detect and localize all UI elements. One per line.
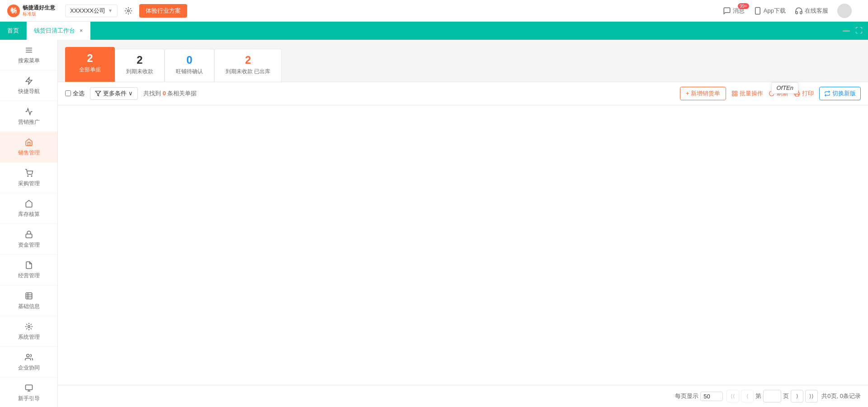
sidebar-label-sales: 销售管理 (18, 149, 40, 157)
page-navigation: ⟨⟨ ⟨ 第 1 页 ⟩ ⟩⟩ (726, 390, 818, 402)
switch-version-button[interactable]: 切换新版 (819, 87, 861, 100)
content-area: 2 全部单据 2 到期未收款 0 旺铺待确认 2 到期未收款 已出库 (58, 40, 868, 407)
sidebar-label-basic-info: 基础信息 (18, 303, 40, 310)
sidebar-item-guide[interactable]: 新手引导 (0, 378, 57, 407)
sidebar-item-system[interactable]: 系统管理 (0, 316, 57, 347)
tab-bar: 首页 钱货日清工作台 × — ⛶ (0, 22, 868, 40)
tab-close-icon[interactable]: × (80, 28, 83, 34)
batch-operation-button[interactable]: 批量操作 (731, 89, 763, 98)
prev-page-button[interactable]: ⟨ (741, 390, 754, 402)
online-service-label: 在线客服 (805, 7, 828, 15)
inventory-icon (24, 199, 34, 209)
summary-tab-all[interactable]: 2 全部单据 (65, 47, 115, 82)
search-menu-icon (24, 45, 34, 55)
svg-rect-23 (732, 94, 734, 96)
tab-workbench[interactable]: 钱货日清工作台 × (27, 22, 90, 40)
sidebar-label-system: 系统管理 (18, 333, 40, 341)
logo-main-text: 畅捷通好生意 (23, 5, 55, 11)
logo-text: 畅捷通好生意 标准版 (23, 5, 55, 16)
select-all-checkbox[interactable]: 全选 (65, 89, 85, 98)
last-page-button[interactable]: ⟩⟩ (805, 390, 818, 402)
sidebar-label-purchase: 采购管理 (18, 180, 40, 187)
quick-nav-icon (24, 76, 34, 86)
sidebar-item-inventory[interactable]: 库存核算 (0, 193, 57, 224)
summary-tabs: 2 全部单据 2 到期未收款 0 旺铺待确认 2 到期未收款 已出库 (58, 40, 868, 82)
message-badge: 99+ (738, 3, 749, 9)
trial-button[interactable]: 体验行业方案 (139, 4, 187, 18)
settings-icon[interactable] (121, 4, 136, 18)
online-service-button[interactable]: 在线客服 (795, 7, 828, 15)
sidebar-item-cooperation[interactable]: 企业协同 (0, 347, 57, 378)
sidebar-item-operation[interactable]: 经营管理 (0, 255, 57, 285)
sidebar-item-basic-info[interactable]: 基础信息 (0, 285, 57, 316)
select-all-label: 全选 (73, 89, 85, 98)
svg-rect-10 (26, 293, 32, 299)
maximize-icon[interactable]: ⛶ (855, 27, 863, 35)
summary-tab-shipped[interactable]: 2 到期未收款 已出库 (214, 49, 282, 82)
sidebar-label-inventory: 库存核算 (18, 211, 40, 218)
batch-icon (731, 90, 738, 97)
sidebar-label-guide: 新手引导 (18, 395, 40, 402)
batch-operation-label: 批量操作 (740, 89, 763, 98)
company-selector[interactable]: XXXXXX公司 ▼ (65, 5, 118, 17)
message-button[interactable]: 消息 99+ (723, 7, 745, 15)
filter-icon (95, 90, 101, 97)
summary-label-pending: 旺铺待确认 (176, 68, 203, 75)
sidebar-item-sales[interactable]: 销售管理 (0, 132, 57, 163)
sidebar-label-quick-nav: 快捷导航 (18, 88, 40, 95)
sidebar-item-finance[interactable]: 资金管理 (0, 224, 57, 255)
result-count: 0 (163, 90, 166, 97)
app-download-button[interactable]: App下载 (754, 7, 786, 15)
pagination: 每页显示 10 20 50 100 ⟨⟨ ⟨ 第 1 页 ⟩ ⟩⟩ (58, 385, 868, 407)
summary-count-overdue: 2 (137, 54, 142, 67)
sidebar-label-marketing: 营销推广 (18, 118, 40, 126)
filter-button[interactable]: 更多条件 ∨ (90, 87, 138, 100)
sidebar-item-search[interactable]: 搜索菜单 (0, 40, 57, 70)
page-number-input[interactable]: 1 (763, 390, 781, 402)
operation-icon (24, 260, 34, 270)
svg-point-7 (28, 176, 28, 177)
svg-rect-1 (755, 7, 760, 14)
user-avatar[interactable] (837, 4, 852, 18)
summary-tab-pending[interactable]: 0 旺铺待确认 (165, 49, 214, 82)
chevron-down-icon: ▼ (108, 8, 113, 13)
svg-point-0 (127, 9, 130, 12)
summary-count-all: 2 (87, 52, 93, 65)
top-header: 畅 畅捷通好生意 标准版 XXXXXX公司 ▼ 体验行业方案 消息 99+ (0, 0, 868, 22)
often-badge: OfTEn (771, 82, 798, 94)
page-size-select[interactable]: 10 20 50 100 (700, 392, 723, 401)
minimize-icon[interactable]: — (843, 27, 850, 35)
print-label: 打印 (802, 89, 814, 98)
tab-home[interactable]: 首页 (0, 22, 27, 40)
svg-point-14 (28, 326, 30, 328)
sales-icon (24, 137, 34, 147)
sidebar-item-marketing[interactable]: 营销推广 (0, 101, 57, 132)
svg-point-15 (26, 354, 29, 357)
logo-sub-text: 标准版 (23, 11, 55, 17)
switch-icon (824, 90, 830, 97)
marketing-icon (24, 107, 34, 117)
first-page-button[interactable]: ⟨⟨ (726, 390, 739, 402)
add-sales-order-button[interactable]: + 新增销货单 (680, 87, 726, 100)
svg-rect-24 (735, 94, 737, 96)
svg-marker-20 (95, 91, 101, 96)
toolbar-right: + 新增销货单 批量操作 刷新 (680, 87, 861, 100)
summary-label-shipped: 到期未收款 已出库 (226, 68, 270, 75)
sidebar-item-quick-nav[interactable]: 快捷导航 (0, 70, 57, 101)
toolbar-left: 全选 更多条件 ∨ 共找到 0 条相关单据 (65, 87, 675, 100)
sidebar-label-cooperation: 企业协同 (18, 364, 40, 372)
main-layout: 搜索菜单 快捷导航 营销推广 (0, 40, 868, 407)
summary-tab-overdue[interactable]: 2 到期未收款 (115, 49, 165, 82)
total-records-text: 共0页, 0条记录 (821, 392, 861, 400)
tab-bar-right: — ⛶ (837, 22, 868, 40)
svg-rect-16 (25, 385, 32, 390)
purchase-icon (24, 168, 34, 178)
svg-point-8 (31, 176, 32, 177)
sidebar-item-purchase[interactable]: 采购管理 (0, 163, 57, 193)
company-name: XXXXXX公司 (70, 7, 105, 15)
checkbox-input[interactable] (65, 90, 71, 96)
next-page-button[interactable]: ⟩ (791, 390, 803, 402)
page-label-end: 页 (783, 392, 789, 400)
svg-rect-21 (732, 91, 734, 93)
header-right: 消息 99+ App下载 在线客服 (723, 4, 861, 18)
